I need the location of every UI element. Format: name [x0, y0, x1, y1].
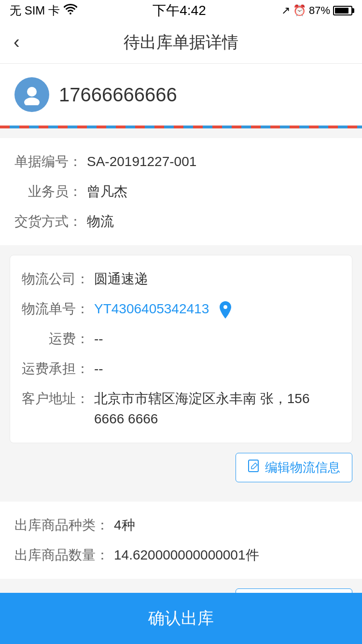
carrier-label: 无 SIM 卡 [10, 3, 60, 18]
svg-point-1 [24, 98, 40, 105]
edit-logistics-label: 编辑物流信息 [265, 459, 340, 476]
delivery-value: 物流 [82, 211, 348, 232]
confirm-btn-container: 确认出库 [0, 593, 362, 644]
freight-bear-value: -- [89, 359, 340, 379]
order-no-value: SA-20191227-001 [82, 152, 348, 172]
types-row: 出库商品种类： 4种 [14, 515, 348, 535]
battery-percent: 87% [309, 4, 330, 17]
battery-icon [333, 6, 352, 15]
tracking-row: 物流单号： YT4306405342413 [22, 299, 340, 319]
tracking-location-icon[interactable] [218, 301, 235, 319]
status-bar-time: 下午4:42 [153, 1, 206, 20]
company-row: 物流公司： 圆通速递 [22, 269, 340, 289]
order-no-label: 单据编号： [14, 152, 82, 172]
status-bar-left: 无 SIM 卡 [10, 3, 77, 18]
stats-section: 出库商品种类： 4种 出库商品数量： 14.620000000000001件 [0, 502, 362, 579]
location-status-icon: ↗ [281, 4, 290, 17]
edit-icon [248, 459, 261, 476]
freight-label: 运费： [22, 329, 89, 349]
order-info-section: 单据编号： SA-20191227-001 业务员： 曾凡杰 交货方式： 物流 [0, 138, 362, 245]
address-row: 客户地址： 北京市市辖区海淀区永丰南 张，156 6666 6666 [22, 389, 340, 429]
types-value: 4种 [109, 515, 348, 535]
quantity-label: 出库商品数量： [14, 545, 109, 565]
order-no-row: 单据编号： SA-20191227-001 [14, 152, 348, 172]
address-label: 客户地址： [22, 389, 89, 409]
company-value: 圆通速递 [89, 269, 340, 289]
back-button[interactable]: ‹ [14, 32, 20, 53]
types-label: 出库商品种类： [14, 515, 109, 535]
delivery-label: 交货方式： [14, 211, 82, 232]
nav-bar: ‹ 待出库单据详情 [0, 21, 362, 64]
salesman-value: 曾凡杰 [82, 182, 348, 202]
freight-row: 运费： -- [22, 329, 340, 349]
quantity-row: 出库商品数量： 14.620000000000001件 [14, 545, 348, 565]
wifi-icon [64, 4, 77, 17]
logistics-section: 物流公司： 圆通速递 物流单号： YT4306405342413 运费： -- … [10, 255, 352, 443]
status-bar: 无 SIM 卡 下午4:42 ↗ ⏰ 87% [0, 0, 362, 21]
section-gap-1 [0, 482, 362, 492]
freight-value: -- [89, 329, 340, 349]
status-bar-right: ↗ ⏰ 87% [281, 4, 352, 17]
freight-bear-label: 运费承担： [22, 359, 89, 379]
avatar [14, 77, 49, 112]
salesman-label: 业务员： [14, 182, 82, 202]
alarm-icon: ⏰ [293, 4, 306, 17]
edit-btn-row: 编辑物流信息 [0, 443, 362, 482]
quantity-value: 14.620000000000001件 [109, 545, 348, 565]
page-title: 待出库单据详情 [124, 31, 238, 54]
edit-logistics-button[interactable]: 编辑物流信息 [236, 453, 352, 482]
delivery-row: 交货方式： 物流 [14, 211, 348, 232]
tracking-value: YT4306405342413 [89, 299, 340, 319]
company-label: 物流公司： [22, 269, 89, 289]
salesman-row: 业务员： 曾凡杰 [14, 182, 348, 202]
freight-bear-row: 运费承担： -- [22, 359, 340, 379]
customer-header: 17666666666 [0, 64, 362, 126]
address-value: 北京市市辖区海淀区永丰南 张，156 6666 6666 [89, 389, 340, 429]
svg-point-0 [27, 87, 37, 97]
customer-phone: 17666666666 [59, 84, 177, 106]
dashed-divider [0, 126, 362, 128]
confirm-outbound-button[interactable]: 确认出库 [0, 607, 362, 630]
tracking-label: 物流单号： [22, 299, 89, 319]
